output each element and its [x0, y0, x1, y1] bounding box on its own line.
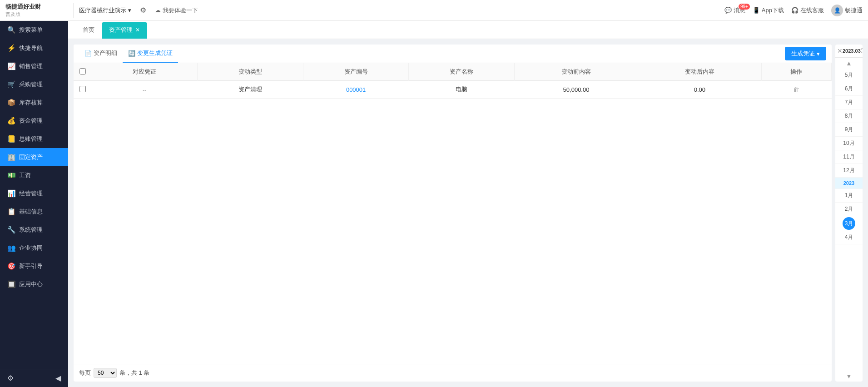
content-area: 首页 资产管理 ✕ 📄 资产明细 🔄 变更生成凭证: [68, 21, 868, 387]
sidebar-label-guide: 新手引导: [19, 262, 43, 270]
app-download-button[interactable]: 📱 App下载: [753, 6, 784, 15]
calendar-month[interactable]: 7月: [835, 96, 863, 109]
sidebar-item-app-center[interactable]: 🔲应用中心: [0, 275, 68, 293]
row-asset-code: 000001: [303, 81, 409, 99]
sidebar-label-inventory: 库存核算: [19, 99, 43, 107]
sidebar-label-basic-info: 基础信息: [19, 208, 43, 216]
tab-home-label: 首页: [83, 26, 94, 34]
sidebar-label-payroll: 工资: [19, 171, 31, 179]
row-before-change: 50,000.00: [515, 81, 638, 99]
total-label: 条，共 1 条: [119, 369, 149, 377]
page-size-select[interactable]: 10 20 50 100: [94, 368, 117, 378]
calendar-scroll-up[interactable]: ▲: [835, 58, 863, 69]
asset-table: 对应凭证 变动类型 资产编号 资产名称 变动前内容 变动后内容 操作: [74, 63, 832, 99]
table-container: 对应凭证 变动类型 资产编号 资产名称 变动前内容 变动后内容 操作: [74, 63, 832, 364]
column-change-type: 变动类型: [198, 63, 303, 81]
sidebar-label-operations: 经营管理: [19, 189, 43, 198]
calendar-scroll-down[interactable]: ▼: [835, 371, 863, 382]
purchase-icon: 🛒: [7, 80, 15, 89]
experience-button[interactable]: ☁ 我要体验一下: [155, 6, 198, 15]
app-center-icon: 🔲: [7, 280, 15, 288]
row-after-change: 0.00: [638, 81, 761, 99]
sidebar-item-purchase[interactable]: 🛒采购管理: [0, 75, 68, 94]
page-content: 📄 资产明细 🔄 变更生成凭证 生成凭证 ▾: [68, 39, 868, 387]
collapse-icon[interactable]: ◀: [55, 374, 61, 382]
sidebar-item-inventory[interactable]: 📦库存核算: [0, 94, 68, 112]
generate-voucher-button[interactable]: 生成凭证 ▾: [785, 47, 826, 60]
sidebar-item-collab[interactable]: 👥企业协同: [0, 239, 68, 257]
row-asset-name: 电脑: [409, 81, 515, 99]
sidebar-item-operations[interactable]: 📊经营管理: [0, 184, 68, 203]
side-panel-close-icon[interactable]: ✕: [837, 47, 843, 55]
side-calendar-panel: ✕ 2023.03 ⛶ ▲ 5月6月7月8月9月10月11月12月20231月2…: [835, 45, 863, 382]
sidebar-item-fixed-assets[interactable]: 🏢固定资产: [0, 148, 68, 166]
sidebar: 🔍搜索菜单⚡快捷导航📈销售管理🛒采购管理📦库存核算💰资金管理📒总账管理🏢固定资产…: [0, 21, 68, 387]
sidebar-item-quick-nav[interactable]: ⚡快捷导航: [0, 39, 68, 57]
calendar-month[interactable]: 2月: [835, 203, 863, 216]
tab-bar: 首页 资产管理 ✕: [68, 21, 868, 39]
column-voucher: 对应凭证: [92, 63, 198, 81]
sidebar-item-guide[interactable]: 🎯新手引导: [0, 257, 68, 275]
calendar-year: 2023: [835, 178, 863, 189]
quick-nav-icon: ⚡: [7, 44, 15, 52]
column-asset-code: 资产编号: [303, 63, 409, 81]
sidebar-item-sales[interactable]: 📈销售管理: [0, 57, 68, 75]
calendar-month[interactable]: 5月: [835, 69, 863, 82]
sidebar-item-funds[interactable]: 💰资金管理: [0, 112, 68, 130]
logo-area: 畅捷通好业财 普及版: [5, 3, 74, 18]
calendar-month[interactable]: 8月: [835, 109, 863, 123]
company-selector[interactable]: 医疗器械行业演示 ▾: [79, 6, 131, 15]
tab-asset-mgmt-label: 资产管理: [109, 26, 133, 34]
column-before-change: 变动前内容: [515, 63, 638, 81]
tab-home[interactable]: 首页: [75, 22, 102, 39]
sidebar-item-ledger[interactable]: 📒总账管理: [0, 130, 68, 148]
message-icon: 💬: [724, 7, 732, 14]
page-size-label: 每页: [79, 369, 91, 377]
settings-icon[interactable]: ⚙: [137, 4, 149, 17]
ledger-icon: 📒: [7, 135, 15, 143]
sub-tab-change-voucher[interactable]: 🔄 变更生成凭证: [123, 45, 178, 63]
sidebar-item-payroll[interactable]: 💵工资: [0, 166, 68, 184]
guide-icon: 🎯: [7, 262, 15, 270]
sidebar-item-system[interactable]: 🔧系统管理: [0, 221, 68, 239]
app-header: 畅捷通好业财 普及版 医疗器械行业演示 ▾ ⚙ ☁ 我要体验一下 💬 消息 99…: [0, 0, 868, 21]
company-name: 医疗器械行业演示: [79, 6, 126, 15]
row-change-type: 资产清理: [198, 81, 303, 99]
customer-service-label: 在线客服: [800, 6, 824, 15]
sales-icon: 📈: [7, 62, 15, 70]
column-after-change: 变动后内容: [638, 63, 761, 81]
calendar-month[interactable]: 3月: [843, 217, 855, 230]
row-checkbox-cell: [74, 81, 92, 99]
calendar-month[interactable]: 12月: [835, 164, 863, 178]
change-icon: 🔄: [128, 50, 135, 57]
delete-icon[interactable]: 🗑: [793, 86, 799, 93]
fixed-assets-icon: 🏢: [7, 153, 15, 161]
calendar-month[interactable]: 11月: [835, 150, 863, 164]
sidebar-label-ledger: 总账管理: [19, 135, 43, 143]
tab-close-icon[interactable]: ✕: [135, 27, 140, 33]
calendar-month[interactable]: 9月: [835, 123, 863, 137]
calendar-month[interactable]: 1月: [835, 189, 863, 203]
row-voucher: --: [92, 81, 198, 99]
funds-icon: 💰: [7, 117, 15, 125]
settings-icon[interactable]: ⚙: [7, 374, 14, 382]
messages-button[interactable]: 💬 消息 99+: [724, 6, 745, 15]
column-checkbox: [74, 63, 92, 81]
calendar-month[interactable]: 6月: [835, 82, 863, 96]
side-panel-expand-icon[interactable]: ⛶: [861, 48, 863, 54]
sidebar-item-basic-info[interactable]: 📋基础信息: [0, 203, 68, 221]
tab-asset-mgmt[interactable]: 资产管理 ✕: [102, 22, 147, 39]
column-action: 操作: [761, 63, 831, 81]
user-profile[interactable]: 👤 畅捷通: [831, 5, 863, 16]
customer-service-button[interactable]: 🎧 在线客服: [791, 6, 824, 15]
calendar-month[interactable]: 4月: [835, 231, 863, 244]
sub-tab-asset-detail[interactable]: 📄 资产明细: [79, 45, 123, 63]
generate-voucher-label: 生成凭证: [791, 50, 815, 58]
sidebar-label-quick-nav: 快捷导航: [19, 44, 43, 52]
select-all-checkbox[interactable]: [79, 68, 86, 74]
column-asset-name: 资产名称: [409, 63, 515, 81]
row-checkbox[interactable]: [79, 86, 86, 92]
sidebar-label-funds: 资金管理: [19, 117, 43, 125]
calendar-month[interactable]: 10月: [835, 137, 863, 150]
sidebar-item-search[interactable]: 🔍搜索菜单: [0, 21, 68, 39]
